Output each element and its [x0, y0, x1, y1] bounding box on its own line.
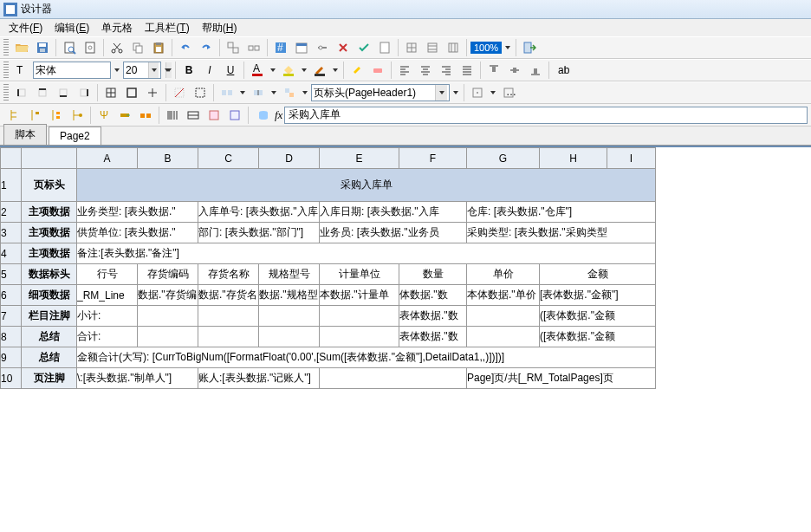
subreport-icon[interactable]	[204, 106, 224, 125]
cell[interactable]: _RM_Line	[77, 285, 138, 306]
band-combo-input[interactable]	[314, 85, 435, 101]
cell[interactable]	[198, 306, 259, 327]
band-header[interactable]: 页注脚	[22, 368, 77, 389]
cell[interactable]: 备注:[表头数据."备注"]	[77, 243, 656, 264]
font-size-combo[interactable]	[123, 62, 161, 79]
table-insert-icon[interactable]	[184, 106, 203, 125]
cell[interactable]: 入库单号: [表头数据."入库	[198, 202, 320, 223]
cell[interactable]: 部门: [表头数据."部门"]	[198, 223, 320, 243]
italic-button[interactable]: I	[200, 61, 219, 80]
row-header[interactable]: 5	[1, 264, 22, 285]
column-header[interactable]	[1, 148, 22, 169]
align-left-button[interactable]	[395, 61, 414, 80]
menu-item[interactable]: 帮助(H)	[197, 19, 243, 37]
comp1-icon[interactable]: Ψ	[94, 106, 114, 125]
band-header[interactable]: 细项数据	[22, 285, 77, 306]
cell[interactable]	[320, 327, 399, 347]
design-canvas[interactable]: ABCDEFGHI1页标头采购入库单2主项数据业务类型: [表头数据."入库单号…	[0, 146, 811, 532]
cell[interactable]	[198, 327, 259, 347]
valign-middle-button[interactable]	[505, 61, 524, 80]
band-props-icon[interactable]	[468, 83, 487, 102]
toolbar-grip[interactable]	[3, 62, 9, 79]
cell[interactable]: 存货编码	[138, 264, 198, 285]
cell[interactable]	[259, 327, 320, 347]
align-center-button[interactable]	[416, 61, 435, 80]
band-combo[interactable]	[311, 84, 450, 101]
options-icon[interactable]	[313, 38, 332, 57]
cell[interactable]: 数据."规格型	[259, 285, 320, 306]
comp3-icon[interactable]	[136, 106, 155, 125]
new-page-icon[interactable]	[375, 38, 394, 57]
split-icon[interactable]	[249, 83, 268, 102]
grid3-icon[interactable]	[444, 38, 463, 57]
band-header[interactable]: 主项数据	[22, 223, 77, 243]
column-header[interactable]: A	[77, 148, 138, 169]
cell[interactable]: 采购类型: [表头数据."采购类型	[467, 223, 656, 243]
valign-top-button[interactable]	[484, 61, 503, 80]
font-size-dropdown[interactable]	[163, 61, 172, 80]
cell[interactable]: 金额合计(大写): [CurrToBigNum([FormatFloat('0.…	[77, 347, 656, 368]
tab[interactable]: Page2	[49, 127, 101, 145]
row-header[interactable]: 7	[1, 306, 22, 327]
column-header[interactable]: E	[320, 148, 399, 169]
column-header[interactable]: F	[399, 148, 467, 169]
border-outer-icon[interactable]	[122, 83, 141, 102]
cell[interactable]: 业务员: [表头数据."业务员	[320, 223, 467, 243]
border-bottom-icon[interactable]	[54, 83, 73, 102]
border-dashed-icon[interactable]	[191, 83, 210, 102]
group-icon[interactable]	[224, 38, 243, 57]
cell[interactable]	[320, 306, 399, 327]
cell[interactable]: 业务类型: [表头数据."	[77, 202, 198, 223]
cell[interactable]: 表体数据."数	[399, 327, 467, 347]
row-header[interactable]: 2	[1, 202, 22, 223]
border-color-button[interactable]	[310, 61, 329, 80]
redo-icon[interactable]	[197, 38, 216, 57]
toggle-icon[interactable]	[280, 83, 299, 102]
band-header[interactable]: 总结	[22, 327, 77, 347]
font-name-dropdown[interactable]	[113, 61, 121, 80]
cell[interactable]: [表体数据."金额"]	[540, 285, 656, 306]
report-grid[interactable]: ABCDEFGHI1页标头采购入库单2主项数据业务类型: [表头数据."入库单号…	[0, 147, 656, 389]
band-dropdown[interactable]	[451, 83, 460, 102]
cell[interactable]: Page]页/共[_RM_TotalPages]页	[467, 368, 656, 389]
cell[interactable]: 数据."存货名	[198, 285, 259, 306]
column-header[interactable]	[22, 148, 77, 169]
grid1-icon[interactable]	[402, 38, 421, 57]
cell[interactable]: 账人:[表头数据."记账人"]	[198, 368, 320, 389]
delete-icon[interactable]	[334, 38, 353, 57]
cell[interactable]: 规格型号	[259, 264, 320, 285]
cell[interactable]: 行号	[77, 264, 138, 285]
border-top-icon[interactable]	[33, 83, 52, 102]
toolbar-grip[interactable]	[3, 84, 9, 101]
page-setup-icon[interactable]	[81, 38, 100, 57]
undo-icon[interactable]	[176, 38, 195, 57]
cell[interactable]	[467, 306, 540, 327]
bold-button[interactable]: B	[179, 61, 198, 80]
more-comp-icon[interactable]	[225, 106, 244, 125]
column-header[interactable]: H	[540, 148, 607, 169]
row-header[interactable]: 10	[1, 368, 22, 389]
menu-item[interactable]: 编辑(E)	[49, 19, 94, 37]
cell[interactable]	[467, 327, 540, 347]
barcode-icon[interactable]	[163, 106, 182, 125]
cell[interactable]: 小计:	[77, 306, 138, 327]
band-header[interactable]: 栏目注脚	[22, 306, 77, 327]
border-left-icon[interactable]	[12, 83, 31, 102]
menu-item[interactable]: 文件(F)	[3, 19, 48, 37]
cell[interactable]	[138, 327, 198, 347]
db-field-icon[interactable]	[254, 106, 273, 125]
row-header[interactable]: 1	[1, 169, 22, 202]
open-icon[interactable]	[12, 38, 31, 57]
band-header[interactable]: 总结	[22, 347, 77, 368]
grid2-icon[interactable]	[423, 38, 442, 57]
zoom-dropdown[interactable]	[503, 38, 512, 57]
align-right-button[interactable]	[437, 61, 456, 80]
cell[interactable]: 数据."存货编	[138, 285, 198, 306]
border-all-icon[interactable]	[101, 83, 120, 102]
tree3-icon[interactable]	[47, 106, 66, 125]
row-header[interactable]: 8	[1, 327, 22, 347]
cell[interactable]: 单价	[467, 264, 540, 285]
cell[interactable]: 计量单位	[320, 264, 399, 285]
tree4-icon[interactable]	[68, 106, 87, 125]
calc-field-icon[interactable]: #	[271, 38, 290, 57]
